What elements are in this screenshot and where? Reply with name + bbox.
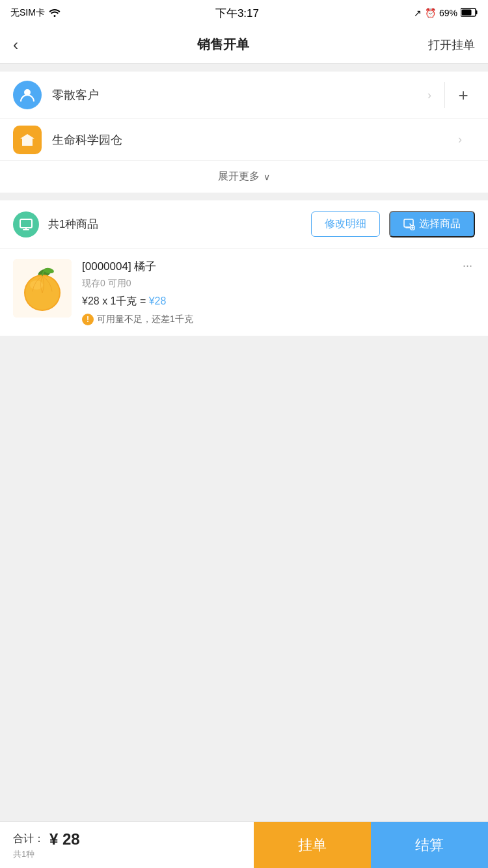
battery-icon (461, 8, 478, 19)
warehouse-name: 生命科学园仓 (52, 132, 458, 148)
select-product-button[interactable]: 选择商品 (389, 211, 475, 237)
warehouse-chevron-icon: › (458, 133, 462, 146)
product-total-price: ¥28 (149, 295, 167, 306)
product-info: [0000004] 橘子 ··· 现存0 可用0 ¥28 x 1千克 = ¥28… (82, 259, 475, 325)
product-stock: 现存0 可用0 (82, 278, 475, 290)
product-count-icon (13, 211, 39, 237)
section-gap-1 (0, 64, 488, 72)
expand-label: 展开更多 (218, 170, 260, 183)
product-warning-text: 可用量不足，还差1千克 (97, 314, 193, 325)
nav-bar: ‹ 销售开单 打开挂单 (0, 26, 488, 64)
svg-rect-4 (20, 219, 32, 228)
product-price-formula: ¥28 x 1千克 = (82, 295, 149, 306)
product-header: 共1种商品 修改明细 选择商品 (0, 200, 488, 248)
modify-detail-button[interactable]: 修改明细 (311, 211, 380, 237)
product-name: 橘子 (134, 260, 156, 273)
product-menu-button[interactable]: ··· (460, 259, 475, 273)
product-title-row: [0000004] 橘子 ··· (82, 259, 475, 274)
customer-name: 零散客户 (52, 87, 427, 103)
warning-icon: ! (82, 314, 94, 325)
select-product-label: 选择商品 (419, 217, 461, 231)
add-customer-button[interactable]: + (452, 83, 475, 107)
warehouse-icon (13, 126, 42, 154)
status-left: 无SIM卡 (10, 7, 61, 19)
status-time: 下午3:17 (215, 6, 259, 21)
chevron-right-icon: › (427, 88, 431, 102)
product-count-label: 共1种商品 (48, 217, 302, 232)
alarm-icon: ⏰ (425, 8, 436, 18)
page-title: 销售开单 (197, 36, 249, 53)
section-gap-2 (0, 193, 488, 200)
svg-rect-1 (476, 10, 478, 14)
product-price-row: ¥28 x 1千克 = ¥28 (82, 295, 475, 308)
suspend-button[interactable]: 挂单 (254, 822, 371, 869)
total-amount: ¥ 28 (49, 830, 80, 848)
location-icon: ↗ (414, 8, 422, 18)
open-pending-button[interactable]: 打开挂单 (428, 37, 475, 53)
product-code: [0000004] (82, 260, 131, 273)
carrier-label: 无SIM卡 (10, 7, 45, 19)
vertical-divider (444, 82, 445, 108)
total-label-row: 合计： ¥ 28 (13, 830, 241, 848)
warehouse-row[interactable]: 生命科学园仓 › (0, 118, 488, 160)
total-section: 合计： ¥ 28 共1种 (0, 824, 254, 867)
main-content-area (0, 336, 488, 674)
customer-row[interactable]: 零散客户 › + (0, 72, 488, 118)
total-count: 共1种 (13, 848, 241, 860)
product-title: [0000004] 橘子 (82, 259, 156, 274)
svg-rect-2 (461, 9, 471, 15)
checkout-button[interactable]: 结算 (371, 822, 488, 869)
expand-more-row[interactable]: 展开更多 ∨ (0, 160, 488, 193)
product-warning: ! 可用量不足，还差1千克 (82, 314, 475, 325)
status-bar: 无SIM卡 下午3:17 ↗ ⏰ 69% (0, 0, 488, 26)
back-button[interactable]: ‹ (13, 36, 18, 54)
customer-avatar (13, 81, 42, 109)
wifi-icon (49, 8, 61, 19)
expand-arrow-icon: ∨ (264, 172, 270, 182)
bottom-bar: 合计： ¥ 28 共1种 挂单 结算 (0, 821, 488, 868)
total-label-text: 合计： (13, 832, 44, 846)
product-item: [0000004] 橘子 ··· 现存0 可用0 ¥28 x 1千克 = ¥28… (0, 248, 488, 336)
battery-percent: 69% (439, 8, 457, 18)
product-image (13, 259, 72, 318)
status-right: ↗ ⏰ 69% (414, 8, 478, 19)
